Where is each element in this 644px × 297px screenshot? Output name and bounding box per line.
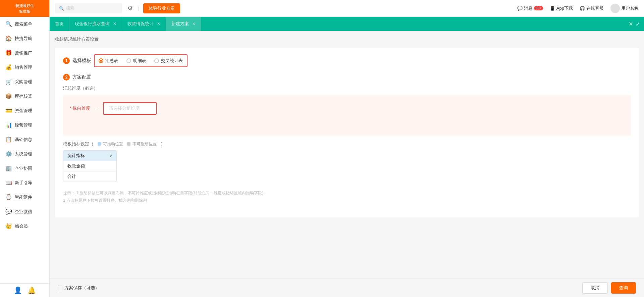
- gift-icon: 🎁: [5, 50, 12, 56]
- sidebar-footer: 👤 🔔: [0, 283, 49, 297]
- sidebar-label-quicknav: 快捷导航: [15, 36, 32, 42]
- draggable-label: 可拖动位置: [103, 141, 123, 147]
- tab-collection-stat[interactable]: 收款情况统计 ✕: [122, 17, 166, 31]
- tab-bank-flow-close[interactable]: ✕: [113, 21, 116, 26]
- section2-header: 2 方案配置: [63, 74, 631, 81]
- sidebar-label-purchase: 采购管理: [15, 79, 32, 85]
- template-radio-group: 汇总表 明细表 交叉统计表: [94, 54, 187, 67]
- dimension-section-title: 汇总维度（必选）: [63, 85, 631, 91]
- bottom-actions: 取消 查询: [582, 282, 636, 294]
- sidebar-item-marketing[interactable]: 🎁 营销推广: [0, 46, 49, 60]
- sidebar-item-purchase[interactable]: 🛒 采购管理: [0, 75, 49, 89]
- metrics-section: 模板指标设定（ 可拖动位置 不可拖动位置 ）: [63, 141, 631, 183]
- sidebar-label-enterprise: 企业协同: [15, 165, 32, 171]
- sidebar-label-finance: 资金管理: [15, 108, 32, 114]
- breadcrumb: 收款情况统计方案设置: [55, 36, 639, 42]
- user-area[interactable]: 用户名称: [610, 4, 639, 13]
- sidebar-label-operation: 经营管理: [15, 122, 32, 128]
- main-area: 🔍 搜索 ⚙ | 体验行业方案 💬 消息 99+ 📱 App下载 🎧 在线客服 …: [50, 0, 644, 297]
- trial-button[interactable]: 体验行业方案: [143, 3, 180, 13]
- bottom-bar: 方案保存（可选） 取消 查询: [50, 278, 644, 297]
- search-text: 搜索: [66, 5, 74, 11]
- app-download-label: App下载: [556, 5, 573, 11]
- tab-home[interactable]: 首页: [50, 17, 69, 31]
- cart-icon: 🛒: [5, 79, 12, 85]
- message-icon: 💬: [517, 6, 523, 11]
- sidebar-label-guide: 新手引导: [15, 180, 32, 186]
- cancel-button[interactable]: 取消: [582, 282, 608, 294]
- radio-summary[interactable]: 汇总表: [99, 58, 118, 64]
- metrics-header-label: 统计指标: [67, 153, 85, 159]
- user-icon[interactable]: 👤: [14, 286, 22, 294]
- tab-collection-stat-close[interactable]: ✕: [157, 21, 160, 26]
- section2-number: 2: [63, 74, 70, 81]
- sidebar-item-finance[interactable]: 💳 资金管理: [0, 103, 49, 118]
- watch-icon: ⌚: [5, 194, 12, 200]
- hints-area: 提示： 1.拖动标题栏可以调整布局，不可跨维度或指标区域拖动栏目字段(只能在同一…: [63, 190, 631, 204]
- hint-line1: 提示： 1.拖动标题栏可以调整布局，不可跨维度或指标区域拖动栏目字段(只能在同一…: [63, 190, 631, 197]
- metrics-section-close: ）: [161, 141, 165, 147]
- radio-detail-label: 明细表: [133, 58, 146, 64]
- sidebar-item-operation[interactable]: 📊 经营管理: [0, 118, 49, 132]
- online-service-label: 在线客服: [586, 5, 604, 11]
- metrics-header: 模板指标设定（ 可拖动位置 不可拖动位置 ）: [63, 141, 631, 147]
- legend-draggable: 可拖动位置: [98, 141, 123, 147]
- sidebar: 畅捷通好生 标准版 🔍 搜索菜单 🏠 快捷导航 🎁 营销推广 💰 销售管理 🛒 …: [0, 0, 50, 297]
- sidebar-label-member: 畅会员: [15, 223, 28, 229]
- tab-new-plan[interactable]: 新建方案 ✕: [166, 17, 201, 31]
- chart-icon: 📊: [5, 122, 12, 128]
- tab-expand-icon[interactable]: ⤢: [636, 21, 640, 27]
- radio-cross-label: 交叉统计表: [161, 58, 183, 64]
- section-template: 1 选择模板 汇总表 明细表: [63, 54, 631, 67]
- fixed-dot: [127, 142, 130, 146]
- sidebar-item-search-menu[interactable]: 🔍 搜索菜单: [0, 17, 49, 31]
- metrics-section-label: 模板指标设定（: [63, 141, 94, 147]
- username-label: 用户名称: [621, 5, 639, 11]
- tab-bank-flow[interactable]: 现金银行流水查询 ✕: [69, 17, 122, 31]
- radio-detail[interactable]: 明细表: [126, 58, 146, 64]
- dimension-arrow-icon: —: [94, 106, 99, 111]
- message-badge: 99+: [534, 6, 543, 10]
- sidebar-item-wechat[interactable]: 💬 企业微信: [0, 204, 49, 219]
- sidebar-label-inventory: 库存核算: [15, 93, 32, 99]
- settings-icon[interactable]: ⚙: [126, 3, 134, 13]
- message-button[interactable]: 💬 消息 99+: [517, 5, 543, 11]
- tab-new-plan-close[interactable]: ✕: [192, 21, 196, 26]
- gear-sidebar-icon: ⚙️: [5, 151, 12, 157]
- sidebar-label-system: 系统管理: [15, 151, 32, 157]
- tab-new-plan-label: 新建方案: [171, 21, 189, 27]
- hint-line2: 2.点击标题栏下拉可设置排序、插入列和删除列: [63, 197, 631, 204]
- metrics-dropdown-icon[interactable]: ∨: [109, 153, 112, 158]
- sidebar-item-hardware[interactable]: ⌚ 智能硬件: [0, 190, 49, 204]
- save-checkbox[interactable]: [58, 286, 62, 290]
- crown-icon: 👑: [5, 223, 12, 229]
- section1-header: 1 选择模板 汇总表 明细表: [63, 54, 631, 67]
- legend-fixed: 不可拖动位置: [127, 141, 157, 147]
- header-search-bar[interactable]: 🔍 搜索: [55, 3, 122, 13]
- service-icon: 🎧: [580, 6, 585, 11]
- online-service-button[interactable]: 🎧 在线客服: [580, 5, 604, 11]
- radio-cross[interactable]: 交叉统计表: [154, 58, 183, 64]
- tab-bank-flow-label: 现金银行流水查询: [75, 21, 110, 27]
- list-icon: 📋: [5, 136, 12, 143]
- query-button[interactable]: 查询: [611, 282, 636, 294]
- dimension-row: * 纵向维度 — 请选择分组维度: [70, 102, 624, 115]
- tab-controls: ✕ ⤢: [625, 17, 644, 31]
- sidebar-item-inventory[interactable]: 📦 库存核算: [0, 89, 49, 103]
- sidebar-item-guide[interactable]: 📖 新手引导: [0, 176, 49, 190]
- sidebar-item-quick-nav[interactable]: 🏠 快捷导航: [0, 31, 49, 46]
- bell-icon[interactable]: 🔔: [28, 286, 36, 294]
- tab-home-label: 首页: [55, 21, 64, 27]
- sidebar-label-search: 搜索菜单: [15, 21, 32, 27]
- sidebar-item-member[interactable]: 👑 畅会员: [0, 219, 49, 233]
- sidebar-item-system[interactable]: ⚙️ 系统管理: [0, 147, 49, 161]
- dimension-select[interactable]: 请选择分组维度: [103, 102, 157, 115]
- sidebar-item-sales[interactable]: 💰 销售管理: [0, 60, 49, 75]
- sidebar-item-basic-info[interactable]: 📋 基础信息: [0, 132, 49, 147]
- radio-cross-circle: [154, 58, 159, 63]
- section1-number: 1: [63, 57, 70, 64]
- sidebar-label-basic: 基础信息: [15, 137, 32, 143]
- app-download-button[interactable]: 📱 App下载: [550, 5, 573, 11]
- tab-close-all-icon[interactable]: ✕: [629, 21, 633, 27]
- sidebar-item-enterprise[interactable]: 🏢 企业协同: [0, 161, 49, 176]
